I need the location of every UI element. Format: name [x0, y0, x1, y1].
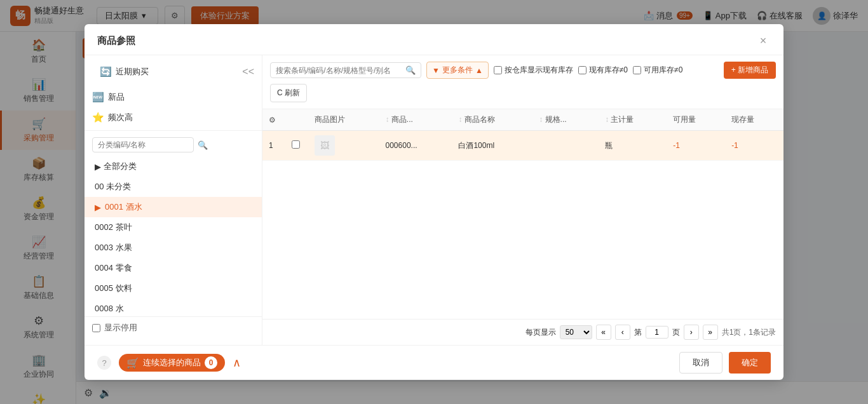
- add-product-button[interactable]: + 新增商品: [724, 62, 776, 79]
- modal-overlay: 商品参照 × 🔄 近期购买 << 🆕 新品 ⭐: [0, 0, 868, 404]
- page-input[interactable]: [646, 326, 668, 339]
- table-header: ⚙ 商品图片 商品... 商品名称 规格... 主计量 可用量 现存量: [262, 109, 783, 131]
- left-panel: 🔄 近期购买 << 🆕 新品 ⭐ 频次高 🔍: [85, 55, 262, 345]
- row-unit: 瓶: [599, 131, 667, 161]
- prev-page-button[interactable]: ‹: [615, 325, 630, 340]
- th-check: [285, 109, 308, 131]
- category-list: ▶ 全部分类 00 未分类 ▶ 0001 酒水 0002 茶叶 0003 水果: [85, 156, 262, 316]
- checkbox-warehouse-input[interactable]: [494, 66, 502, 74]
- category-search-area: 🔍: [85, 133, 262, 156]
- cat-0001-label: 0001 酒水: [105, 201, 142, 213]
- checkbox-available-input[interactable]: [633, 66, 641, 74]
- refresh-table-button[interactable]: C 刷新: [270, 84, 307, 102]
- confirm-button[interactable]: 确定: [729, 352, 771, 374]
- new-item-nav[interactable]: 🆕 新品: [85, 87, 262, 107]
- right-panel: 🔍 ▼ 更多条件 ▲ 按仓库显示现有库存 现有库存≠0: [262, 55, 783, 345]
- settings-col-icon: ⚙: [269, 116, 276, 125]
- cancel-button[interactable]: 取消: [679, 352, 722, 374]
- th-name[interactable]: 商品名称: [452, 109, 532, 131]
- products-table: ⚙ 商品图片 商品... 商品名称 规格... 主计量 可用量 现存量: [262, 109, 783, 161]
- high-freq-nav[interactable]: ⭐ 频次高: [85, 107, 262, 128]
- th-spec[interactable]: 规格...: [532, 109, 599, 131]
- new-item-label: 新品: [108, 91, 125, 103]
- filter-icon: ▼: [432, 66, 440, 75]
- table-row[interactable]: 1 🖼 000600... 白酒100ml: [262, 131, 783, 161]
- cat-item-0001[interactable]: ▶ 0001 酒水: [85, 197, 262, 217]
- recent-icon: 🔄: [100, 66, 112, 77]
- cat-item-0005[interactable]: 0005 饮料: [85, 278, 262, 299]
- checkbox-warehouse[interactable]: 按仓库显示现有库存: [494, 65, 573, 76]
- cat-item-0002[interactable]: 0002 茶叶: [85, 217, 262, 238]
- modal-close-button[interactable]: ×: [756, 33, 771, 48]
- category-search-icon[interactable]: 🔍: [198, 140, 208, 150]
- th-settings: ⚙: [262, 109, 285, 131]
- show-disabled-label: 显示停用: [104, 322, 137, 333]
- row-checkbox[interactable]: [292, 140, 300, 149]
- modal-body: 🔄 近期购买 << 🆕 新品 ⭐ 频次高 🔍: [85, 55, 783, 345]
- checkbox-warehouse-label: 按仓库显示现有库存: [505, 65, 573, 76]
- checkbox-stock-label: 现有库存≠0: [589, 65, 628, 76]
- th-unit[interactable]: 主计量: [599, 109, 667, 131]
- page-unit: 页: [672, 327, 680, 338]
- help-button[interactable]: ?: [97, 356, 111, 370]
- checkbox-available-label: 可用库存≠0: [644, 65, 682, 76]
- cart-label: 连续选择的商品: [143, 357, 201, 368]
- th-stock: 现存量: [725, 109, 783, 131]
- recent-buy-item[interactable]: 🔄 近期购买: [92, 62, 238, 82]
- th-code[interactable]: 商品...: [379, 109, 452, 131]
- cat-item-0003[interactable]: 0003 水果: [85, 238, 262, 258]
- row-code: 000600...: [379, 131, 452, 161]
- cat-0005-label: 0005 饮料: [95, 283, 132, 294]
- row-spec: [532, 131, 599, 161]
- cart-area[interactable]: 🛒 连续选择的商品 0: [119, 354, 225, 372]
- cat-item-all[interactable]: ▶ 全部分类: [85, 156, 262, 177]
- table-body: 1 🖼 000600... 白酒100ml: [262, 131, 783, 161]
- footer-buttons: 取消 确定: [679, 352, 771, 374]
- total-info: 共1页，1条记录: [722, 327, 776, 338]
- product-modal: 商品参照 × 🔄 近期购买 << 🆕 新品 ⭐: [85, 24, 783, 380]
- pagination: 每页显示 20 50 100 « ‹ 第 页 › » 共1页，1条记录: [262, 319, 783, 345]
- next-page-button[interactable]: ›: [684, 325, 699, 340]
- cat-item-0004[interactable]: 0004 零食: [85, 258, 262, 278]
- cart-count: 0: [205, 356, 217, 369]
- row-available: -1: [667, 131, 725, 161]
- row-num: 1: [262, 131, 285, 161]
- product-search-input[interactable]: [276, 66, 403, 75]
- cat-0003-label: 0003 水果: [95, 242, 132, 253]
- right-toolbar: 🔍 ▼ 更多条件 ▲ 按仓库显示现有库存 现有库存≠0: [262, 55, 783, 109]
- show-disabled-checkbox[interactable]: [92, 324, 100, 332]
- checkbox-available-nonzero[interactable]: 可用库存≠0: [633, 65, 682, 76]
- modal-title: 商品参照: [97, 35, 135, 47]
- filter-arrow-icon: ▲: [475, 66, 483, 75]
- page-size-label: 每页显示: [526, 327, 556, 338]
- row-image: 🖼: [308, 131, 379, 161]
- collapse-button[interactable]: <<: [242, 66, 254, 77]
- new-icon: 🆕: [92, 91, 104, 103]
- cat-0004-label: 0004 零食: [95, 262, 132, 274]
- cat-item-00[interactable]: 00 未分类: [85, 177, 262, 197]
- divider1: [85, 130, 262, 131]
- star-icon: ⭐: [92, 112, 104, 123]
- recent-buy-label: 近期购买: [116, 66, 149, 77]
- filter-button[interactable]: ▼ 更多条件 ▲: [426, 62, 489, 79]
- modal-header: 商品参照 ×: [85, 24, 783, 55]
- filter-label: 更多条件: [442, 65, 473, 76]
- modal-footer: ? 🛒 连续选择的商品 0 ∧ 取消 确定: [85, 345, 783, 380]
- product-search-box: 🔍: [270, 62, 421, 78]
- expand-button[interactable]: ∧: [233, 356, 241, 370]
- row-check[interactable]: [285, 131, 308, 161]
- page-size-select[interactable]: 20 50 100: [560, 325, 592, 339]
- checkbox-stock-nonzero[interactable]: 现有库存≠0: [578, 65, 628, 76]
- category-search-input[interactable]: [92, 137, 194, 152]
- cat-item-0008[interactable]: 0008 水: [85, 299, 262, 316]
- last-page-button[interactable]: »: [703, 325, 718, 340]
- image-placeholder-icon: 🖼: [320, 140, 329, 151]
- checkbox-stock-input[interactable]: [578, 66, 587, 74]
- all-category-label: 全部分类: [104, 161, 137, 172]
- high-freq-label: 频次高: [108, 112, 133, 123]
- cat-0002-label: 0002 茶叶: [95, 222, 132, 233]
- cat-0008-label: 0008 水: [95, 303, 124, 314]
- cat-0001-arrow: ▶: [95, 203, 101, 212]
- search-icon[interactable]: 🔍: [405, 65, 416, 75]
- first-page-button[interactable]: «: [596, 325, 611, 340]
